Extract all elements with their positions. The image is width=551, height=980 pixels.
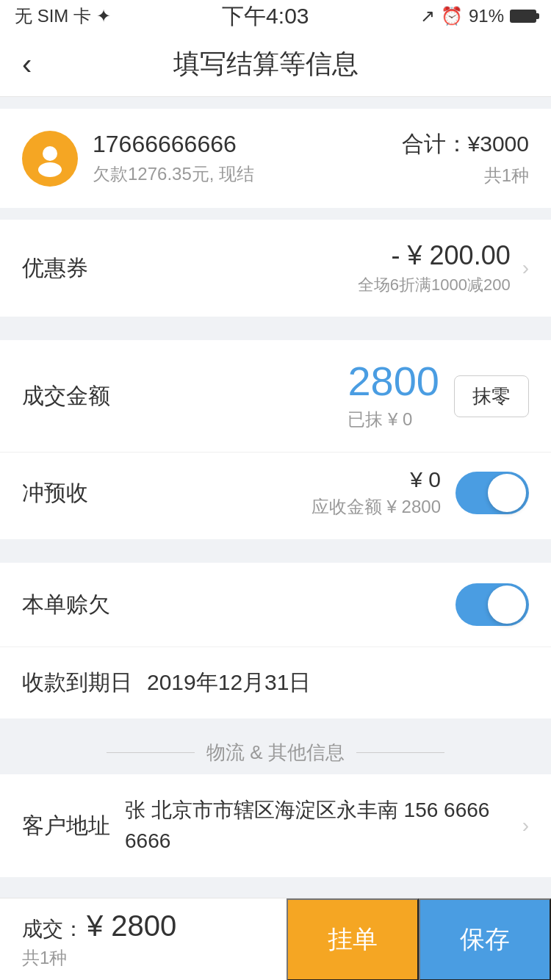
chevron-icon: ›	[522, 256, 529, 280]
nav-bar: ‹ 填写结算等信息	[0, 32, 551, 97]
address-row[interactable]: 客户地址 张 北京市市辖区海淀区永丰南 156 6666 6666 ›	[0, 774, 551, 877]
logistics-label: 物流 & 其他信息	[206, 740, 345, 765]
alarm-icon: ⏰	[441, 6, 463, 26]
coupon-value-right: - ¥ 200.00 全场6折满1000减200 ›	[358, 240, 529, 296]
arrears-toggle-knob	[488, 586, 526, 624]
prepay-toggle[interactable]	[455, 472, 529, 514]
toggle-knob	[488, 474, 526, 512]
customer-card: 17666666666 欠款1276.35元, 现结 合计：¥3000 共1种	[0, 109, 551, 208]
address-label: 客户地址	[22, 811, 110, 841]
prepay-label: 冲预收	[22, 478, 88, 508]
logistics-line-left	[107, 752, 195, 753]
coupon-info: - ¥ 200.00 全场6折满1000减200	[358, 240, 511, 296]
status-time: 下午4:03	[222, 1, 309, 32]
bottom-deal-line: 成交： ¥ 2800	[22, 909, 264, 943]
customer-right: 合计：¥3000 共1种	[402, 129, 529, 187]
svg-point-1	[38, 162, 62, 177]
customer-phone: 17666666666	[93, 131, 254, 158]
arrears-toggle[interactable]	[455, 583, 529, 626]
status-bar: 无 SIM 卡 ✦ 下午4:03 ↗ ⏰ 91%	[0, 0, 551, 32]
total-count: 共1种	[402, 164, 529, 187]
deal-amount-info: 2800 已抹 ¥ 0	[347, 361, 439, 431]
logistics-line-right	[356, 752, 444, 753]
divider-1	[0, 208, 551, 220]
prepay-sub: 应收金额 ¥ 2800	[311, 495, 441, 519]
bottom-summary: 成交： ¥ 2800 共1种	[0, 909, 287, 970]
customer-info: 17666666666 欠款1276.35元, 现结	[93, 131, 254, 186]
deal-row: 成交金额 2800 已抹 ¥ 0 抹零	[0, 340, 551, 452]
bottom-deal-label: 成交：	[22, 915, 84, 943]
address-chevron-icon: ›	[522, 814, 529, 837]
avatar	[22, 131, 78, 187]
arrears-label: 本单赊欠	[22, 590, 110, 620]
status-left: 无 SIM 卡 ✦	[15, 4, 111, 28]
total-amount: 合计：¥3000	[402, 129, 529, 159]
main-content: 17666666666 欠款1276.35元, 现结 合计：¥3000 共1种 …	[0, 109, 551, 980]
bottom-bar: 成交： ¥ 2800 共1种 挂单 保存	[0, 898, 551, 980]
logistics-divider: 物流 & 其他信息	[0, 730, 551, 774]
address-value: 张 北京市市辖区海淀区永丰南 156 6666 6666	[125, 795, 522, 857]
prepay-values: ¥ 0 应收金额 ¥ 2800	[311, 467, 441, 519]
due-date-section: 收款到期日 2019年12月31日	[0, 647, 551, 718]
customer-left: 17666666666 欠款1276.35元, 现结	[22, 131, 254, 187]
due-date-label: 收款到期日	[22, 668, 132, 698]
deal-section: 成交金额 2800 已抹 ¥ 0 抹零 冲预收 ¥ 0 应收金额 ¥ 2800	[0, 340, 551, 539]
coupon-row[interactable]: 优惠券 - ¥ 200.00 全场6折满1000减200 ›	[0, 220, 551, 317]
page-title: 填写结算等信息	[46, 46, 485, 82]
status-right: ↗ ⏰ 91%	[420, 6, 536, 26]
save-button[interactable]: 保存	[419, 898, 551, 981]
bottom-deal-amount: ¥ 2800	[87, 909, 176, 943]
due-date-row: 收款到期日 2019年12月31日	[0, 647, 551, 718]
coupon-amount: - ¥ 200.00	[358, 240, 511, 271]
arrears-section: 本单赊欠	[0, 563, 551, 646]
back-button[interactable]: ‹	[22, 48, 32, 81]
divider-2	[0, 317, 551, 328]
pending-button[interactable]: 挂单	[287, 898, 419, 981]
deal-label: 成交金额	[22, 381, 110, 411]
coupon-desc: 全场6折满1000减200	[358, 274, 511, 296]
bottom-count: 共1种	[22, 946, 264, 970]
coupon-section: 优惠券 - ¥ 200.00 全场6折满1000减200 ›	[0, 220, 551, 317]
battery-icon	[510, 10, 536, 23]
divider-3	[0, 539, 551, 551]
deal-number: 2800	[347, 361, 439, 402]
logistics-text: 物流 & 其他信息	[107, 740, 444, 765]
location-icon: ↗	[420, 6, 435, 26]
prepay-right: ¥ 0 应收金额 ¥ 2800	[311, 467, 529, 519]
battery-level: 91%	[469, 6, 504, 26]
customer-debt: 欠款1276.35元, 现结	[93, 162, 254, 186]
deal-amount-group: 2800 已抹 ¥ 0 抹零	[347, 361, 529, 431]
arrears-row: 本单赊欠	[0, 563, 551, 646]
coupon-label: 优惠券	[22, 253, 88, 284]
round-zero-button[interactable]: 抹零	[454, 375, 529, 417]
sim-status: 无 SIM 卡 ✦	[15, 4, 111, 28]
due-date-value: 2019年12月31日	[147, 668, 311, 698]
svg-point-0	[43, 146, 57, 161]
address-section: 客户地址 张 北京市市辖区海淀区永丰南 156 6666 6666 ›	[0, 774, 551, 877]
prepay-amount: ¥ 0	[311, 467, 441, 492]
deal-sub: 已抹 ¥ 0	[347, 408, 439, 431]
prepay-row: 冲预收 ¥ 0 应收金额 ¥ 2800	[0, 452, 551, 539]
